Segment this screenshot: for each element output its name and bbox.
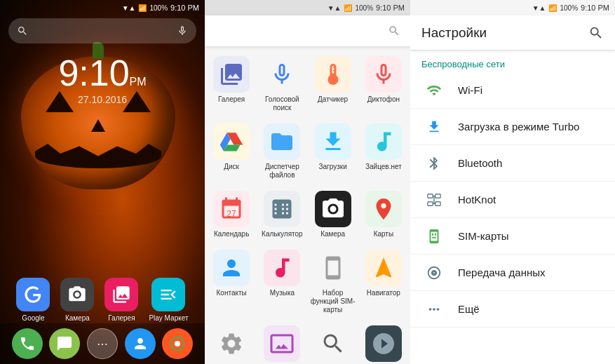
- app-drive-label: Диск: [224, 163, 239, 171]
- app-filemanager[interactable]: Диспетчер файлов: [258, 119, 306, 184]
- settings-page-title: Настройки: [421, 25, 588, 41]
- clock-time-display: 9:10PM: [0, 55, 205, 91]
- home-clock: 9:10PM 27.10.2016: [0, 55, 205, 105]
- dock-apps[interactable]: ⋯: [87, 328, 118, 359]
- home-app-camera[interactable]: Камера: [60, 278, 94, 322]
- settings-item-sim[interactable]: SIM-карты: [410, 218, 615, 255]
- svg-rect-12: [432, 236, 436, 238]
- apps-search-input[interactable]: [215, 25, 388, 36]
- svg-text:27: 27: [227, 209, 236, 219]
- home-screen: ▼▲ 📶 100% 9:10 PM 9:10PM 27.10.2016 Goog…: [0, 0, 205, 364]
- app-calculator[interactable]: Калькулятор: [258, 187, 306, 243]
- app-drive[interactable]: Диск: [208, 119, 255, 184]
- turbo-download-icon: [421, 119, 447, 135]
- app-navigator-label: Навигатор: [367, 289, 400, 297]
- settings-time: 9:10 PM: [581, 4, 609, 12]
- app-contacts-label: Контакты: [217, 289, 247, 297]
- app-downloads[interactable]: Загрузки: [309, 119, 357, 184]
- svg-rect-10: [432, 233, 433, 236]
- app-calculator-label: Калькулятор: [262, 230, 303, 238]
- app-sensor[interactable]: Датчикер: [309, 52, 357, 116]
- app-maps[interactable]: Карты: [360, 187, 407, 243]
- app-filemanager-label: Диспетчер файлов: [259, 163, 304, 180]
- dock-chrome[interactable]: [162, 328, 193, 359]
- settings-toolbar: Настройки: [410, 15, 615, 50]
- svg-point-0: [175, 341, 180, 346]
- apps-search-icon[interactable]: [388, 25, 400, 37]
- apps-search-bar[interactable]: [205, 15, 410, 46]
- settings-item-turbo[interactable]: Загрузка в режиме Turbo: [410, 109, 615, 145]
- svg-rect-11: [435, 233, 436, 236]
- app-contacts[interactable]: Контакты: [208, 245, 255, 318]
- svg-rect-5: [428, 201, 433, 205]
- app-settings[interactable]: Настройки: [208, 321, 255, 364]
- svg-rect-4: [435, 194, 440, 198]
- home-app-google[interactable]: Google: [16, 278, 50, 322]
- app-calendar[interactable]: 27 Календарь: [208, 187, 255, 243]
- home-signal-icon: ▼▲: [122, 4, 136, 12]
- settings-hotknot-label: HotKnot: [458, 194, 604, 205]
- app-calendar-label: Календарь: [214, 230, 249, 238]
- settings-more-label: Ещё: [458, 303, 604, 315]
- sim-card-icon: [421, 229, 447, 244]
- settings-battery: 100%: [560, 4, 578, 12]
- bluetooth-icon: [421, 156, 447, 171]
- home-search-bar[interactable]: [8, 18, 196, 43]
- home-app-play[interactable]: Play Маркет: [149, 278, 188, 322]
- clock-date-display: 27.10.2016: [0, 94, 205, 105]
- settings-item-data[interactable]: Передача данных: [410, 255, 615, 291]
- settings-turbo-label: Загрузка в режиме Turbo: [458, 121, 604, 133]
- app-zaitsev[interactable]: Зайцев.нет: [360, 119, 407, 184]
- apps-time: 9:10 PM: [376, 4, 405, 12]
- home-status-bar: ▼▲ 📶 100% 9:10 PM: [0, 0, 205, 15]
- hotknot-icon: [421, 192, 447, 208]
- app-recorder-label: Диктофон: [367, 95, 400, 104]
- settings-search-icon[interactable]: [588, 25, 604, 41]
- search-icon: [17, 25, 28, 36]
- app-navigator[interactable]: Навигатор: [360, 245, 407, 318]
- settings-item-more[interactable]: Ещё: [410, 291, 615, 328]
- settings-bluetooth-label: Bluetooth: [458, 157, 604, 169]
- settings-signal: ▼▲: [532, 4, 546, 12]
- data-transfer-icon: [421, 265, 447, 281]
- mic-icon[interactable]: [177, 25, 188, 36]
- app-camera2[interactable]: Камера: [309, 187, 357, 243]
- app-music[interactable]: Музыка: [258, 245, 306, 318]
- app-gallery[interactable]: Галерея: [208, 52, 255, 116]
- app-zaitsev-label: Зайцев.нет: [365, 163, 402, 171]
- app-search[interactable]: Поиск: [309, 321, 357, 364]
- apps-status-bar: ▼▲ 📶 100% 9:10 PM: [205, 0, 410, 15]
- home-app-gallery-label: Галерея: [108, 314, 135, 322]
- app-recorder[interactable]: Диктофон: [360, 52, 407, 116]
- app-camera-label: Камера: [320, 230, 345, 238]
- settings-screen: ▼▲ 📶 100% 9:10 PM Настройки Беспроводные…: [410, 0, 615, 364]
- home-time: 9:10 PM: [170, 4, 199, 12]
- settings-sim-label: SIM-карты: [458, 230, 604, 242]
- settings-wifi: 📶: [548, 4, 557, 12]
- dock-sms[interactable]: [49, 328, 80, 359]
- home-app-gallery[interactable]: Галерея: [104, 278, 138, 322]
- svg-rect-3: [428, 194, 433, 198]
- app-voice-search[interactable]: Голосовой поиск: [258, 52, 306, 116]
- dock-phone[interactable]: [12, 328, 43, 359]
- home-app-play-label: Play Маркет: [149, 314, 188, 322]
- settings-item-wifi[interactable]: Wi-Fi: [410, 72, 615, 109]
- app-wallpaper[interactable]: Обои: [258, 321, 306, 364]
- settings-item-hotknot[interactable]: HotKnot: [410, 182, 615, 218]
- app-music-label: Музыка: [270, 289, 295, 297]
- home-dock: ⋯: [0, 323, 205, 364]
- home-battery-text: 100%: [149, 4, 168, 12]
- apps-signal: ▼▲: [327, 4, 342, 12]
- app-sensor-label: Датчикер: [318, 95, 348, 104]
- home-app-google-label: Google: [22, 314, 44, 322]
- wifi-icon: [421, 83, 447, 98]
- home-wifi-icon: 📶: [138, 4, 147, 12]
- app-backup[interactable]: Резервное копирование: [360, 321, 407, 364]
- apps-grid: Галерея Голосовой поиск Датчикер Диктофо…: [205, 46, 410, 364]
- dock-contacts[interactable]: [125, 328, 156, 359]
- more-icon: [421, 302, 447, 317]
- svg-rect-6: [435, 201, 440, 205]
- app-maps-label: Карты: [374, 230, 394, 238]
- settings-item-bluetooth[interactable]: Bluetooth: [410, 145, 615, 182]
- app-simtoolkit[interactable]: Набор функций SIM-карты: [309, 245, 357, 318]
